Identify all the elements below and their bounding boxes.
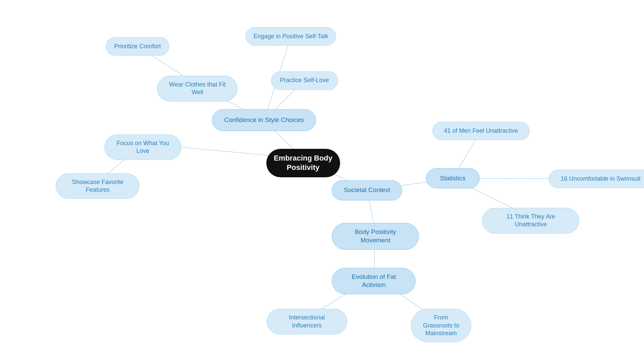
node-wear_clothes_fit_well[interactable]: Wear Clothes that Fit Well <box>157 76 237 102</box>
node-statistics[interactable]: Statistics <box>426 168 480 188</box>
node-from_grassroots_mainstream[interactable]: From Grassroots toMainstream <box>411 309 471 342</box>
node-practice_self_love[interactable]: Practice Self-Love <box>271 71 338 90</box>
node-body_positivity_movement[interactable]: Body Positivity Movement <box>332 223 419 249</box>
node-center[interactable]: Embracing Body Positivity <box>266 149 340 177</box>
node-focus_on_what_you_love[interactable]: Focus on What You Love <box>104 134 181 160</box>
mind-map: Embracing Body PositivityEngage in Posit… <box>0 0 644 363</box>
node-societal_context[interactable]: Societal Context <box>332 180 402 200</box>
node-confidence_in_style_choices[interactable]: Confidence in Style Choices <box>212 109 316 131</box>
node-41_men_unattractive[interactable]: 41 of Men Feel Unattractive <box>432 122 530 140</box>
node-16_uncomfortable_swimsuit[interactable]: 16 Uncomfortable in Swimsuit <box>549 170 644 188</box>
node-11_think_unattractive[interactable]: 11 Think They Are Unattractive <box>482 208 579 234</box>
node-evolution_fat_activism[interactable]: Evolution of Fat Activism <box>332 268 416 294</box>
node-engage_positive_self_talk[interactable]: Engage in Positive Self-Talk <box>246 27 336 46</box>
node-intersectional_influencers[interactable]: Intersectional Influencers <box>267 309 347 335</box>
node-prioritize_comfort[interactable]: Prioritize Comfort <box>106 37 169 56</box>
node-showcase_favorite_features[interactable]: Showcase Favorite Features <box>56 173 140 199</box>
